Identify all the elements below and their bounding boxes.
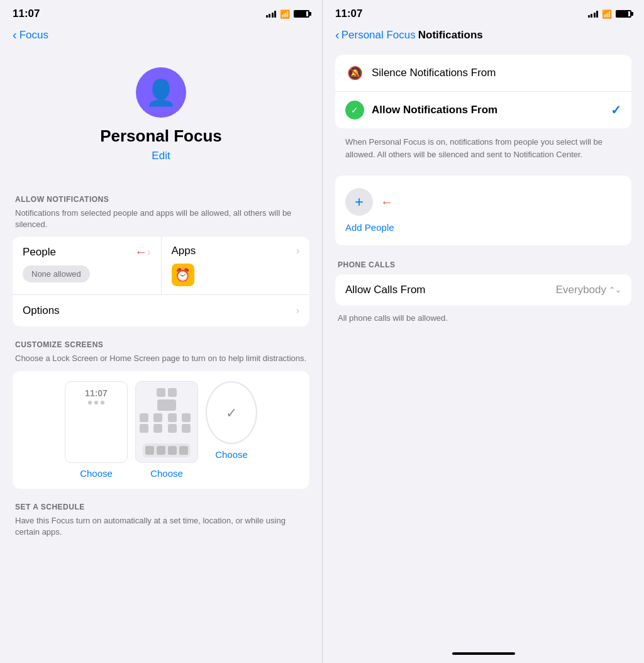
- home-screen-dock: [143, 443, 191, 457]
- right-wifi-icon: 📶: [602, 9, 612, 19]
- right-back-chevron-icon: ‹: [335, 28, 340, 42]
- wifi-icon: 📶: [280, 9, 290, 19]
- allow-calls-row[interactable]: Allow Calls From Everybody ⌃⌄: [335, 274, 631, 306]
- left-phone-panel: 11:07 📶 ‹ Focus 👤 Personal F: [0, 0, 322, 663]
- right-phone-panel: 11:07 📶 ‹ Personal Focus Notifications: [322, 0, 644, 663]
- lock-screen-dots: [88, 401, 104, 404]
- blue-checkmark-icon: ✓: [611, 103, 621, 118]
- silence-row[interactable]: 🔕 Silence Notifications From: [335, 55, 631, 92]
- bell-slash-icon: 🔕: [345, 64, 364, 82]
- add-btn-row: + ←: [345, 188, 393, 216]
- people-apps-card: People ← › None allowed Apps ›: [13, 237, 309, 326]
- left-time: 11:07: [13, 8, 40, 20]
- green-check-icon: ✓: [345, 101, 364, 120]
- allow-notifications-desc: Notifications from selected people and a…: [13, 208, 309, 230]
- apps-label[interactable]: Apps: [172, 245, 196, 257]
- profile-name: Personal Focus: [100, 126, 222, 146]
- home-indicator: [452, 652, 515, 655]
- watch-screen-preview: ✓: [206, 381, 257, 444]
- left-status-icons: 📶: [266, 9, 310, 19]
- people-apps-row: People ← › None allowed Apps ›: [13, 237, 309, 295]
- people-col-content: None allowed: [23, 265, 151, 282]
- right-signal-bars-icon: [588, 10, 599, 18]
- right-back-label: Personal Focus: [341, 29, 416, 42]
- watch-checkmark-icon: ✓: [226, 405, 237, 421]
- right-panel-content: 🔕 Silence Notifications From ✓ Allow Not…: [323, 48, 644, 644]
- lock-screen-item: 11:07 Choose: [65, 381, 128, 479]
- allow-label: Allow Notifications From: [372, 104, 611, 116]
- allow-row[interactable]: ✓ Allow Notifications From ✓: [335, 92, 631, 128]
- right-battery-icon: [616, 10, 631, 18]
- profile-section: 👤 Personal Focus Edit: [13, 55, 309, 181]
- screens-card: 11:07 Choose: [13, 371, 309, 489]
- home-indicator-area: [323, 644, 644, 663]
- signal-bars-icon: [266, 10, 277, 18]
- home-screen-choose-button[interactable]: Choose: [150, 468, 183, 479]
- watch-choose-button[interactable]: Choose: [215, 449, 248, 460]
- set-schedule-header: SET A SCHEDULE: [13, 503, 309, 511]
- options-label: Options: [23, 304, 296, 317]
- left-nav-bar: ‹ Focus: [0, 24, 322, 48]
- right-time: 11:07: [335, 8, 362, 20]
- right-status-bar: 11:07 📶: [323, 0, 644, 24]
- plus-icon: +: [355, 194, 364, 209]
- home-screen-preview: [135, 381, 198, 463]
- back-to-personal-focus-button[interactable]: ‹ Personal Focus: [335, 28, 416, 42]
- people-label[interactable]: People: [23, 246, 56, 259]
- allow-description: When Personal Focus is on, notifications…: [335, 132, 631, 169]
- apps-chevron-icon: ›: [296, 245, 299, 257]
- right-nav-content: ‹ Personal Focus Notifications: [335, 28, 631, 42]
- lock-screen-choose-button[interactable]: Choose: [80, 468, 113, 479]
- add-people-red-arrow-icon: ←: [380, 195, 393, 209]
- add-people-card: + ← Add People: [335, 176, 631, 245]
- watch-screen-item: ✓ Choose: [206, 381, 257, 479]
- reminders-app-icon: ⏰: [172, 264, 194, 286]
- lock-screen-time: 11:07: [85, 388, 108, 398]
- allow-calls-label: Allow Calls From: [345, 284, 556, 296]
- right-nav-bar: ‹ Personal Focus Notifications: [323, 24, 644, 48]
- add-people-button[interactable]: +: [345, 188, 373, 216]
- customize-screens-desc: Choose a Lock Screen or Home Screen page…: [13, 353, 309, 364]
- people-column: People ← › None allowed: [13, 237, 162, 294]
- back-to-focus-button[interactable]: ‹ Focus: [13, 28, 309, 42]
- right-status-icons: 📶: [588, 9, 632, 19]
- none-allowed-badge: None allowed: [23, 265, 90, 282]
- silence-label: Silence Notifications From: [372, 67, 621, 79]
- people-col-header: People ← ›: [23, 245, 151, 259]
- left-status-bar: 11:07 📶: [0, 0, 322, 24]
- allow-calls-value: Everybody ⌃⌄: [556, 284, 621, 296]
- apps-col-content: ⏰: [172, 264, 300, 286]
- screens-row: 11:07 Choose: [23, 381, 299, 479]
- back-label: Focus: [19, 29, 48, 42]
- allow-calls-value-text: Everybody: [556, 284, 606, 296]
- edit-button[interactable]: Edit: [152, 150, 170, 162]
- back-chevron-icon: ‹: [13, 28, 17, 42]
- avatar: 👤: [136, 67, 186, 118]
- phone-calls-section-label: PHONE CALLS: [335, 250, 631, 274]
- allow-notifications-header: ALLOW NOTIFICATIONS: [13, 195, 309, 204]
- add-people-label[interactable]: Add People: [345, 222, 394, 233]
- people-chevron-icon: ›: [147, 247, 150, 258]
- options-chevron-icon: ›: [296, 305, 299, 316]
- person-icon: 👤: [145, 78, 177, 108]
- customize-screens-header: CUSTOMIZE SCREENS: [13, 340, 309, 349]
- people-red-arrow-icon: ←: [135, 245, 147, 259]
- options-row[interactable]: Options ›: [13, 295, 309, 326]
- lock-screen-preview: 11:07: [65, 381, 128, 463]
- set-schedule-desc: Have this Focus turn on automatically at…: [13, 515, 309, 538]
- apps-column: Apps › ⏰: [162, 237, 310, 294]
- apps-col-header: Apps ›: [172, 245, 300, 257]
- silence-allow-card: 🔕 Silence Notifications From ✓ Allow Not…: [335, 55, 631, 128]
- notifications-title: Notifications: [418, 29, 483, 42]
- allow-calls-card: Allow Calls From Everybody ⌃⌄: [335, 274, 631, 306]
- home-screen-item: Choose: [135, 381, 198, 479]
- left-panel-content: 👤 Personal Focus Edit ALLOW NOTIFICATION…: [0, 48, 322, 663]
- allow-calls-desc: All phone calls will be allowed.: [335, 309, 631, 325]
- selector-arrows-icon: ⌃⌄: [609, 286, 621, 294]
- battery-icon: [294, 10, 309, 18]
